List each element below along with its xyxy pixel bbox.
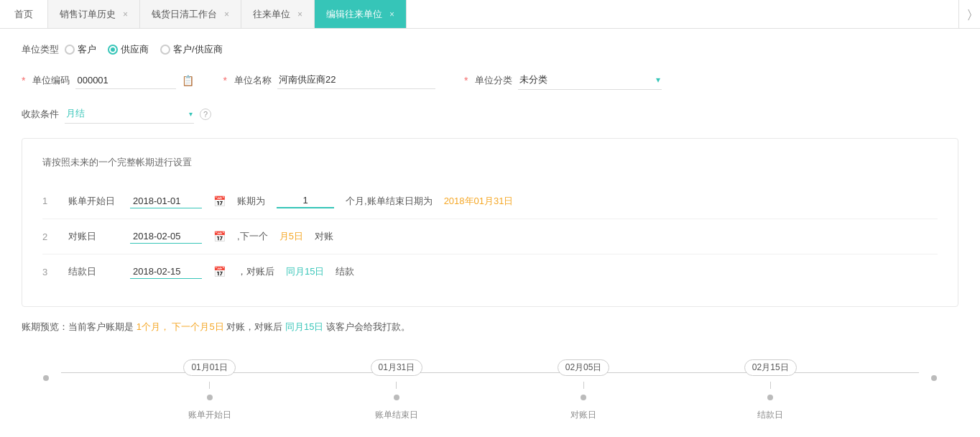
unit-name-label: 单位名称 [234, 74, 272, 87]
unit-category-dropdown[interactable]: 未分类 ▾ [518, 70, 662, 90]
tab-home-label: 首页 [14, 8, 33, 21]
timeline-left-dot [43, 375, 49, 381]
row-num-3: 3 [42, 267, 57, 277]
unit-code-star: * [22, 75, 25, 86]
preview-section: 账期预览：当前客户账期是 1个月， 下一个月5日 对账，对账后 同月15日 该客… [22, 318, 958, 428]
radio-supplier-label: 供应商 [121, 43, 149, 56]
tab-sales-history-label: 销售订单历史 [60, 8, 116, 21]
node-2-dot [394, 395, 399, 400]
radio-customer-circle [65, 45, 75, 55]
row-label-3: 结款日 [68, 265, 119, 278]
node-3-line [583, 382, 584, 389]
timeline-node-3-badge: 02月05日 [558, 359, 610, 376]
row-label-1: 账单开始日 [68, 195, 119, 208]
timeline-node-3-date: 02月05日 [565, 362, 602, 372]
radio-group-unit-type: 客户 供应商 客户/供应商 [65, 43, 223, 56]
tab-cash-work[interactable]: 钱货日清工作台 × [140, 0, 241, 28]
tab-partner-close[interactable]: × [297, 9, 302, 19]
reconcile-suffix-text: 对账 [315, 230, 333, 243]
payment-prefix-text: ，对账后 [237, 265, 274, 278]
unit-name-input[interactable] [277, 72, 435, 89]
unit-type-row: 单位类型 客户 供应商 客户/供应商 [22, 43, 958, 56]
settings-card: 请按照未来的一个完整帐期进行设置 1 账单开始日 📅 账期为 个月,账单结束日期… [22, 138, 958, 307]
period-label: 账期为 [237, 195, 265, 208]
unit-type-label: 单位类型 [22, 43, 59, 56]
payment-terms-value: 月结 [66, 107, 186, 120]
unit-name-field: * 单位名称 [223, 72, 435, 89]
unit-code-label: 单位编码 [32, 74, 70, 87]
reconcile-highlight-text: 月5日 [279, 230, 303, 243]
node-3-dot [581, 395, 586, 400]
preview-part4: 同月15日 [285, 321, 323, 332]
timeline-node-2-label: 账单结束日 [375, 409, 418, 421]
payment-suffix-text: 结款 [336, 265, 354, 278]
main-content: 单位类型 客户 供应商 客户/供应商 * 单位编码 [0, 29, 980, 437]
timeline-node-2: 01月31日 账单结束日 [371, 359, 423, 421]
unit-category-label: 单位分类 [475, 74, 512, 87]
tab-sales-history-close[interactable]: × [123, 9, 128, 19]
tab-partner-label: 往来单位 [253, 8, 290, 21]
tab-home[interactable]: 首页 [0, 0, 48, 28]
setting-row-3: 3 结款日 📅 ，对账后 同月15日 结款 [42, 254, 938, 289]
row-num-1: 1 [42, 196, 57, 206]
payment-terms-label: 收款条件 [22, 108, 59, 121]
timeline-node-2-badge: 01月31日 [371, 359, 423, 376]
radio-customer-supplier[interactable]: 客户/供应商 [160, 43, 223, 56]
payment-terms-dropdown[interactable]: 月结 ▾ [65, 104, 194, 124]
unit-type-field: 单位类型 客户 供应商 客户/供应商 [22, 43, 223, 56]
radio-customer[interactable]: 客户 [65, 43, 96, 56]
tab-edit-partner[interactable]: 编辑往来单位 × [315, 0, 407, 28]
payment-highlight-text: 同月15日 [286, 265, 324, 278]
timeline-end-dot [931, 375, 937, 381]
tab-sales-history[interactable]: 销售订单历史 × [48, 0, 140, 28]
radio-customer-label: 客户 [78, 43, 96, 56]
payment-terms-arrow-icon: ▾ [189, 110, 193, 118]
timeline-node-1-date: 01月01日 [191, 362, 228, 372]
row-num-2: 2 [42, 231, 57, 242]
timeline-node-2-date: 01月31日 [379, 362, 415, 372]
unit-category-value: 未分类 [519, 73, 653, 86]
tab-partner[interactable]: 往来单位 × [241, 0, 315, 28]
payment-terms-help-icon[interactable]: ? [200, 109, 211, 120]
radio-customer-supplier-circle [160, 45, 170, 55]
unit-code-input[interactable] [75, 72, 176, 89]
start-date-input[interactable] [130, 194, 202, 208]
preview-label: 账期预览：当前客户账期是 [22, 321, 134, 332]
node-1-line [209, 382, 210, 389]
preview-part3: 对账，对账后 [226, 321, 282, 332]
unit-code-field: * 单位编码 📋 [22, 72, 194, 89]
timeline-right-dot [931, 375, 937, 381]
reconcile-date-input[interactable] [130, 229, 202, 244]
node-4-line [770, 382, 771, 389]
unit-code-copy-icon[interactable]: 📋 [182, 75, 194, 86]
tab-edit-partner-label: 编辑往来单位 [326, 8, 382, 21]
tab-cash-work-close[interactable]: × [224, 9, 229, 19]
tab-cash-work-label: 钱货日清工作台 [152, 8, 217, 21]
timeline-node-1: 01月01日 账单开始日 [183, 359, 236, 421]
timeline-start-dot [43, 375, 49, 381]
timeline-node-4-badge: 02月15日 [744, 359, 797, 376]
payment-date-input[interactable] [130, 264, 202, 279]
row-label-2: 对账日 [68, 230, 119, 243]
unit-info-row: * 单位编码 📋 * 单位名称 * 单位分类 未分类 ▾ [22, 70, 958, 90]
timeline-node-3: 02月05日 对账日 [558, 359, 610, 421]
timeline-node-3-label: 对账日 [570, 409, 596, 421]
radio-customer-supplier-label: 客户/供应商 [173, 43, 223, 56]
tab-more-arrow[interactable]: 〉 [958, 0, 980, 28]
tab-edit-partner-close[interactable]: × [389, 9, 394, 19]
setting-row-1: 1 账单开始日 📅 账期为 个月,账单结束日期为 2018年01月31日 [42, 183, 938, 219]
reconcile-date-calendar-icon[interactable]: 📅 [213, 231, 226, 242]
preview-text: 账期预览：当前客户账期是 1个月， 下一个月5日 对账，对账后 同月15日 该客… [22, 318, 958, 335]
radio-supplier[interactable]: 供应商 [108, 43, 149, 56]
payment-date-calendar-icon[interactable]: 📅 [213, 266, 226, 277]
preview-part2: 下一个月5日 [172, 321, 223, 332]
period-value-input[interactable] [277, 193, 334, 208]
unit-name-star: * [223, 75, 226, 86]
preview-part5: 该客户会给我打款。 [326, 321, 410, 332]
timeline-node-4: 02月15日 结款日 [744, 359, 797, 421]
timeline-node-4-date: 02月15日 [752, 362, 789, 372]
start-date-calendar-icon[interactable]: 📅 [213, 196, 226, 207]
radio-supplier-circle [108, 45, 118, 55]
payment-terms-row: 收款条件 月结 ▾ ? [22, 104, 958, 124]
end-date-highlight: 2018年01月31日 [444, 195, 514, 208]
